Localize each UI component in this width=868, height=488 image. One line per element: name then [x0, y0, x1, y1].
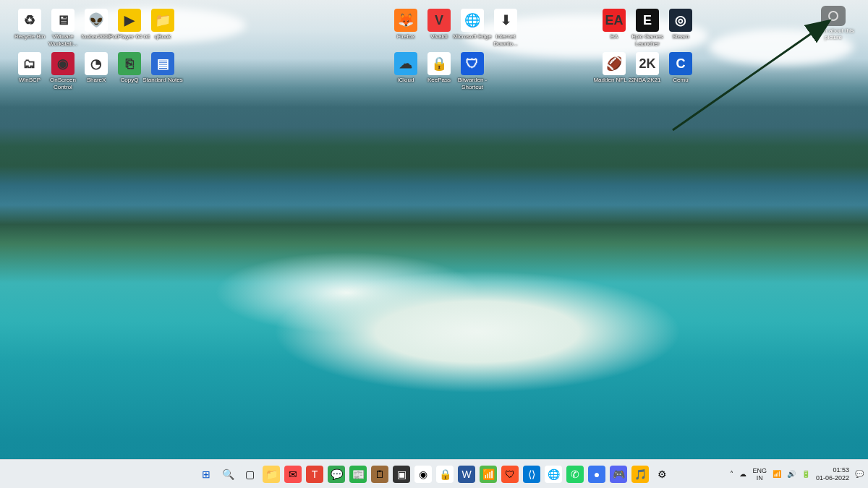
nba2k21-icon: 2K — [636, 52, 659, 75]
taskbar-brave-button[interactable]: 🛡 — [501, 466, 519, 483]
taskbar-explorer-button[interactable]: 📁 — [263, 466, 280, 483]
winscp-icon: 🗂 — [18, 52, 41, 75]
bitwarden-icon: 🛡 — [461, 52, 484, 75]
taskbar-notes-button[interactable]: 🗒 — [371, 466, 388, 483]
vmware-icon: 🖥 — [51, 9, 75, 32]
taskbar-feedly-button[interactable]: 📰 — [349, 466, 367, 483]
taskbar-search-button[interactable]: 🔍 — [219, 466, 237, 483]
standard-notes-icon: ▤ — [151, 52, 174, 75]
clock[interactable]: 01:53 01-06-2022 — [816, 466, 849, 482]
copyq-icon: ⎘ — [118, 52, 141, 75]
clock-time: 01:53 — [816, 466, 849, 474]
notification-center-icon[interactable]: 💬 — [855, 470, 864, 478]
edge-icon: 🌐 — [461, 9, 484, 32]
taskbar-settings-button[interactable]: ⚙ — [653, 466, 671, 483]
tray-overflow-button[interactable]: ˄ — [730, 470, 733, 478]
recycle-bin-icon: ♻ — [18, 9, 41, 32]
desktop-icon-label: Standard Notes — [142, 77, 184, 84]
steam-icon: ◎ — [669, 9, 692, 32]
taskbar-mail-button[interactable]: ✉ — [284, 466, 302, 483]
desktop-icon-label: Steam — [660, 33, 702, 40]
taskbar-discord-button[interactable]: 🎮 — [610, 466, 627, 483]
battery-icon[interactable]: 🔋 — [801, 470, 810, 478]
volume-icon[interactable]: 🔊 — [787, 470, 796, 478]
madden-icon: 🏈 — [603, 52, 626, 75]
taskbar-vscode-button[interactable]: ⟨⟩ — [523, 466, 540, 483]
wifi-icon[interactable]: 📶 — [773, 470, 781, 478]
desktop-icon-standard-notes[interactable]: ▤Standard Notes — [142, 52, 184, 84]
taskbar-signal-button[interactable]: ● — [588, 466, 605, 483]
taskbar-chrome-button[interactable]: ◉ — [414, 466, 432, 483]
onscreen-icon: ◉ — [51, 52, 75, 75]
desktop-icon-label: Cemu — [660, 77, 702, 84]
icloud-icon: ☁ — [394, 52, 417, 75]
desktop-icon-qbook[interactable]: 📁qBook — [142, 9, 184, 40]
taskbar-task-view-button[interactable]: ▢ — [241, 466, 258, 483]
learn-about-picture-label: Learn about this picture — [810, 27, 856, 40]
desktop-icon-label: Bitwarden - Shortcut — [451, 77, 493, 91]
desktop[interactable]: ♻Recycle Bin🖥VMware Workstati...👽foobar2… — [0, 0, 868, 488]
taskbar-word-button[interactable]: W — [458, 466, 475, 483]
camera-icon — [821, 6, 846, 26]
desktop-icon-idm[interactable]: ⬇Internet Downlo... — [485, 9, 527, 48]
desktop-icon-steam[interactable]: ◎Steam — [660, 9, 702, 40]
cemu-icon: C — [669, 52, 692, 75]
taskbar-whatsapp-button[interactable]: ✆ — [566, 466, 584, 483]
epic-icon: E — [636, 9, 659, 32]
language-switcher[interactable]: ENG IN — [752, 467, 767, 481]
language-bottom: IN — [752, 474, 767, 481]
system-tray: ˄ ☁ ENG IN 📶 🔊 🔋 01:53 01-06-2022 💬 — [730, 460, 864, 488]
sharex-icon: ◔ — [85, 52, 108, 75]
foobar2000-icon: 👽 — [85, 9, 108, 32]
taskbar-pinned-apps: ⊞🔍▢📁✉T💬📰🗒▣◉🔒W📶🛡⟨⟩🌐✆●🎮🎵⚙ — [197, 460, 671, 488]
taskbar-notifier-button[interactable]: 💬 — [328, 466, 345, 483]
vivaldi-icon: V — [427, 9, 451, 32]
desktop-icon-label: qBook — [142, 33, 184, 40]
firefox-icon: 🦊 — [394, 9, 417, 32]
taskbar-terminal-button[interactable]: ▣ — [393, 466, 410, 483]
desktop-icon-label: Internet Downlo... — [485, 33, 527, 48]
taskbar-media-button[interactable]: 🎵 — [631, 466, 649, 483]
taskbar-rss-button[interactable]: 📶 — [480, 466, 497, 483]
taskbar-start-button[interactable]: ⊞ — [197, 466, 215, 483]
language-top: ENG — [752, 467, 767, 474]
desktop-icon-bitwarden[interactable]: 🛡Bitwarden - Shortcut — [451, 52, 493, 91]
taskbar-keepass-tb-button[interactable]: 🔒 — [436, 466, 454, 483]
keepass-icon: 🔒 — [427, 52, 451, 75]
taskbar-todoist-button[interactable]: T — [306, 466, 323, 483]
taskbar: ⊞🔍▢📁✉T💬📰🗒▣◉🔒W📶🛡⟨⟩🌐✆●🎮🎵⚙ ˄ ☁ ENG IN 📶 🔊 🔋… — [0, 459, 868, 488]
onedrive-icon[interactable]: ☁ — [739, 470, 746, 478]
qbook-icon: 📁 — [151, 9, 174, 32]
idm-icon: ⬇ — [494, 9, 517, 32]
taskbar-edge-tb-button[interactable]: 🌐 — [545, 466, 562, 483]
desktop-icon-cemu[interactable]: CCemu — [660, 52, 702, 84]
learn-about-picture-button[interactable]: Learn about this picture — [810, 6, 856, 40]
potplayer-icon: ▶ — [118, 9, 141, 32]
clock-date: 01-06-2022 — [816, 474, 849, 482]
ea-icon: EA — [603, 9, 626, 32]
